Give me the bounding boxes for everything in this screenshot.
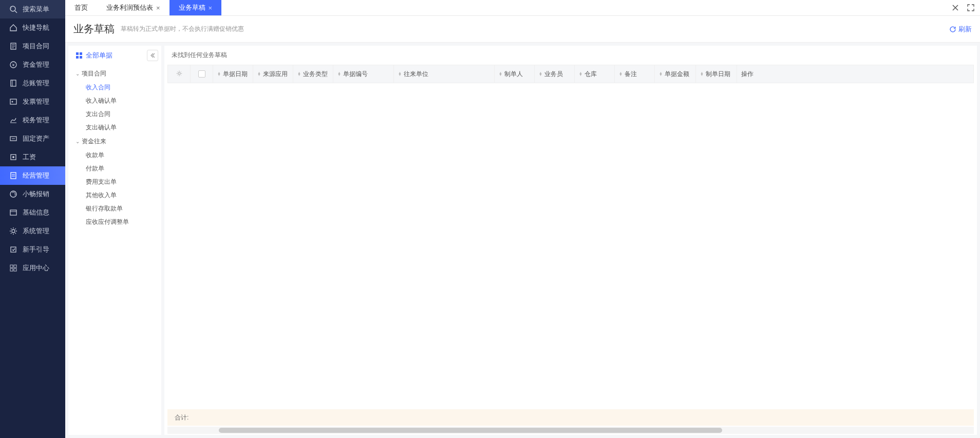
tab[interactable]: 业务草稿× <box>169 0 222 15</box>
money-icon: ¥ <box>9 61 17 69</box>
sidebar-item-asset[interactable]: 固定资产 <box>0 129 65 148</box>
tree-item[interactable]: 其他收入单 <box>68 188 161 202</box>
page-title: 业务草稿 <box>73 22 115 36</box>
sidebar-item-label: 项目合同 <box>23 42 49 51</box>
sort-icon: ▲▼ <box>217 72 221 76</box>
th-amount[interactable]: ▲▼单据金额 <box>655 65 696 83</box>
chevron-down-icon: ⌄ <box>76 71 80 77</box>
tree-item[interactable]: 收入确认单 <box>68 94 161 107</box>
tree-item[interactable]: 支出确认单 <box>68 121 161 134</box>
file-icon <box>9 42 17 50</box>
tree-group[interactable]: ⌄项目合同 <box>68 66 161 81</box>
tab[interactable]: 业务利润预估表× <box>97 0 169 15</box>
svg-rect-5 <box>10 99 16 104</box>
th-label: 备注 <box>625 70 637 79</box>
svg-rect-22 <box>76 56 79 59</box>
sidebar-item-search[interactable]: 搜索菜单 <box>0 0 65 18</box>
home-icon <box>9 24 17 32</box>
checkbox[interactable] <box>198 70 205 78</box>
collapse-panel-button[interactable] <box>147 50 158 61</box>
refresh-icon <box>949 26 956 33</box>
svg-point-24 <box>178 72 180 74</box>
tree-item[interactable]: 收入合同 <box>68 81 161 94</box>
sidebar: 搜索菜单快捷导航项目合同¥资金管理总账管理发票管理税务管理固定资产工资经营管理小… <box>0 0 65 438</box>
th-partner[interactable]: ▲▼往来单位 <box>394 65 495 83</box>
sidebar-item-info[interactable]: 基础信息 <box>0 203 65 222</box>
chevron-down-icon: ⌄ <box>76 139 80 144</box>
sort-icon: ▲▼ <box>700 72 704 76</box>
svg-rect-15 <box>11 247 16 252</box>
th-warehouse[interactable]: ▲▼仓库 <box>575 65 615 83</box>
gear-icon[interactable] <box>176 70 183 79</box>
tree-item[interactable]: 支出合同 <box>68 107 161 121</box>
th-source[interactable]: ▲▼来源应用 <box>253 65 293 83</box>
close-icon[interactable]: × <box>209 4 213 12</box>
th-check <box>191 65 213 83</box>
th-cdate[interactable]: ▲▼制单日期 <box>696 65 737 83</box>
sidebar-item-money[interactable]: ¥资金管理 <box>0 55 65 74</box>
sidebar-item-apps[interactable]: 应用中心 <box>0 259 65 277</box>
svg-rect-17 <box>14 265 16 268</box>
invoice-icon <box>9 98 17 106</box>
svg-rect-19 <box>14 269 16 271</box>
sidebar-item-label: 搜索菜单 <box>23 5 49 14</box>
tree-item[interactable]: 费用支出单 <box>68 175 161 188</box>
svg-point-14 <box>12 230 15 233</box>
sidebar-item-label: 系统管理 <box>23 226 49 236</box>
tree-group-label: 资金往来 <box>82 137 106 146</box>
guide-icon <box>9 245 17 254</box>
tax-icon <box>9 116 17 124</box>
close-all-icon[interactable] <box>950 3 960 13</box>
th-biztype[interactable]: ▲▼业务类型 <box>293 65 333 83</box>
sidebar-item-invoice[interactable]: 发票管理 <box>0 92 65 111</box>
sort-icon: ▲▼ <box>297 72 301 76</box>
svg-rect-13 <box>10 210 16 215</box>
table-body <box>167 83 974 409</box>
th-sales[interactable]: ▲▼业务员 <box>535 65 575 83</box>
th-docno[interactable]: ▲▼单据编号 <box>333 65 394 83</box>
sidebar-item-tax[interactable]: 税务管理 <box>0 111 65 129</box>
th-label: 单据编号 <box>343 70 368 79</box>
scrollbar-thumb[interactable] <box>219 428 722 433</box>
tab[interactable]: 首页 <box>65 0 97 15</box>
tree-group[interactable]: ⌄资金往来 <box>68 134 161 148</box>
th-label: 仓库 <box>585 70 597 79</box>
svg-point-6 <box>12 101 13 103</box>
svg-rect-21 <box>80 52 82 55</box>
th-label: 操作 <box>741 70 753 79</box>
svg-point-10 <box>12 156 14 158</box>
sort-icon: ▲▼ <box>579 72 582 76</box>
sidebar-item-home[interactable]: 快捷导航 <box>0 18 65 37</box>
tree-item[interactable]: 收款单 <box>68 148 161 162</box>
sidebar-item-manage[interactable]: 经营管理 <box>0 166 65 185</box>
filter-panel: 全部单据 ⌄项目合同收入合同收入确认单支出合同支出确认单⌄资金往来收款单付款单费… <box>68 46 161 435</box>
sidebar-item-label: 资金管理 <box>23 60 49 69</box>
main: 首页业务利润预估表×业务草稿× 业务草稿 草稿转为正式单据时，不会执行满赠促销优… <box>65 0 980 438</box>
th-remark[interactable]: ▲▼备注 <box>615 65 655 83</box>
sort-icon: ▲▼ <box>337 72 341 76</box>
settings-icon <box>9 227 17 235</box>
sidebar-item-settings[interactable]: 系统管理 <box>0 222 65 240</box>
refresh-button[interactable]: 刷新 <box>949 25 972 34</box>
table-header: ▲▼单据日期▲▼来源应用▲▼业务类型▲▼单据编号▲▼往来单位▲▼制单人▲▼业务员… <box>167 65 974 83</box>
tree-item[interactable]: 应收应付调整单 <box>68 215 161 228</box>
sidebar-item-guide[interactable]: 新手引导 <box>0 240 65 259</box>
horizontal-scrollbar[interactable] <box>167 427 974 434</box>
sidebar-item-salary[interactable]: 工资 <box>0 148 65 166</box>
tree-item[interactable]: 银行存取款单 <box>68 202 161 215</box>
table-footer: 合计: <box>167 409 974 426</box>
sidebar-item-file[interactable]: 项目合同 <box>0 37 65 55</box>
search-icon <box>9 5 17 13</box>
manage-icon <box>9 172 17 180</box>
th-label: 业务员 <box>544 70 563 79</box>
close-icon[interactable]: × <box>156 4 160 12</box>
th-ops: 操作 <box>737 65 779 83</box>
tree-item[interactable]: 付款单 <box>68 162 161 175</box>
fullscreen-icon[interactable] <box>966 3 976 13</box>
sidebar-item-reimburse[interactable]: 小畅报销 <box>0 185 65 203</box>
sidebar-item-book[interactable]: 总账管理 <box>0 74 65 92</box>
sort-icon: ▲▼ <box>539 72 542 76</box>
apps-icon <box>9 264 17 272</box>
th-date[interactable]: ▲▼单据日期 <box>213 65 253 83</box>
th-creator[interactable]: ▲▼制单人 <box>495 65 535 83</box>
